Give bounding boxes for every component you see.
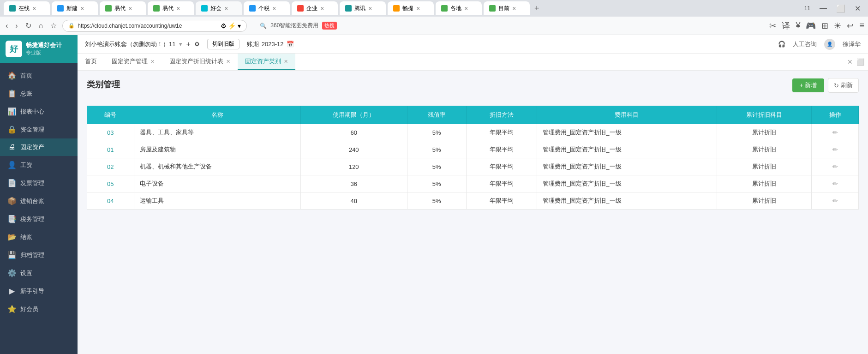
currency-icon: ¥ [796,21,800,30]
browser-tab-11[interactable]: 目前 ✕ [484,1,530,15]
browser-tab-6[interactable]: 个税 ✕ [244,1,290,15]
tab-close-10[interactable]: ✕ [464,6,468,11]
sidebar-item-settings[interactable]: ⚙️ 设置 [0,264,78,282]
browser-tab-2[interactable]: 新建 ✕ [52,1,98,15]
row3-edit-icon[interactable]: ✏ [832,163,838,170]
row4-method: 年限平均 [466,175,537,192]
row3-accumulated: 累计折旧 [717,158,811,175]
tab-fixed-mgmt-close[interactable]: ✕ [150,59,155,65]
row4-code[interactable]: 05 [87,175,134,192]
row1-name: 器具、工具、家具等 [134,124,300,141]
tab-close-8[interactable]: ✕ [368,6,372,11]
browser-tab-7[interactable]: 企业 ✕ [292,1,338,15]
sidebar-item-label-funds: 资金管理 [20,126,44,134]
row1-expense: 管理费用_固定资产折旧_一级 [537,124,717,141]
row5-edit-icon[interactable]: ✏ [832,197,838,204]
user-name: 徐泽华 [843,40,861,48]
sidebar-item-payroll[interactable]: 👤 工资 [0,156,78,174]
tab-close-6[interactable]: ✕ [272,6,276,11]
row1-method: 年限平均 [466,124,537,141]
browser-tab-3[interactable]: 易代 ✕ [100,1,146,15]
table-row: 04 运输工具 48 5% 年限平均 管理费用_固定资产折旧_一级 累计折旧 ✏ [87,192,859,210]
col-name: 名称 [134,106,300,124]
row4-months: 36 [300,175,407,192]
sidebar-item-invoice[interactable]: 📄 发票管理 [0,174,78,192]
sidebar-item-funds[interactable]: 🔒 资金管理 [0,120,78,138]
window-controls: 11 — ⬜ ✕ [801,4,864,13]
row2-code[interactable]: 01 [87,141,134,158]
tab-depreciation-close[interactable]: ✕ [226,59,230,65]
calendar-icon[interactable]: 📅 [287,41,294,48]
period-info: 账期 2023-12 📅 [247,40,294,48]
sidebar-item-ledger[interactable]: 📋 总账 [0,84,78,102]
tab-close-1[interactable]: ✕ [32,6,36,11]
sidebar-item-vip[interactable]: ⭐ 好会员 [0,300,78,318]
table-header: 编号 名称 使用期限（月） 残值率 折旧方法 费用科目 累计折旧科目 操作 [87,106,859,124]
sidebar-item-home[interactable]: 🏠 首页 [0,66,78,84]
search-label: 360智能抠图免费用 [270,22,318,30]
account-dropdown-icon[interactable]: ▾ [179,41,182,48]
main-content: 刘小艳演示账套（勿删勿动！）11 ▾ + ⚙ 切到旧版 账期 2023-12 📅… [78,35,868,354]
sidebar: 好 畅捷通好会计 专业版 🏠 首页 📋 总账 📊 报表中心 🔒 资金管理 [0,35,78,354]
account-add-icon[interactable]: + [186,40,190,48]
new-tab-button[interactable]: + [532,4,542,13]
row5-code[interactable]: 04 [87,192,134,210]
switch-old-version-btn[interactable]: 切到旧版 [207,39,239,49]
bookmark-button[interactable]: ☆ [48,19,59,32]
browser-tab-5[interactable]: 好会 ✕ [196,1,242,15]
back-button[interactable]: ‹ [4,20,10,32]
address-url: https://cloud.chanjet.com/accounting/uw1… [78,23,182,29]
address-bar[interactable]: 🔒 https://cloud.chanjet.com/accounting/u… [62,20,247,32]
refresh-button[interactable]: ↻ 刷新 [828,78,859,93]
tab-close-2[interactable]: ✕ [80,6,84,11]
tab-close-7[interactable]: ✕ [320,6,324,11]
account-settings-icon[interactable]: ⚙ [194,41,200,48]
archive-icon: 💾 [7,251,17,259]
browser-tab-10[interactable]: 各地 ✕ [436,1,482,15]
sidebar-item-tax[interactable]: 📑 税务管理 [0,210,78,228]
add-button[interactable]: + 新增 [792,78,824,92]
sidebar-item-settlement[interactable]: 📂 结账 [0,228,78,246]
tab-close-11[interactable]: ✕ [512,6,516,11]
tab-bar-close-icon[interactable]: ✕ [847,58,853,66]
home-button[interactable]: ⌂ [37,20,45,32]
row2-accumulated: 累计折旧 [717,141,811,158]
tab-close-3[interactable]: ✕ [128,6,132,11]
row4-edit-icon[interactable]: ✏ [832,180,838,187]
reports-icon: 📊 [7,107,17,116]
sidebar-item-reports[interactable]: 📊 报表中心 [0,102,78,120]
tab-fixed-mgmt[interactable]: 固定资产管理 ✕ [104,54,162,70]
sidebar-item-fixed-assets[interactable]: 🖨 固定资产 [0,138,78,156]
sidebar-item-archive[interactable]: 💾 归档管理 [0,246,78,264]
sidebar-item-guide[interactable]: ▶ 新手引导 [0,282,78,300]
tab-category-close[interactable]: ✕ [284,59,288,65]
sidebar-item-inventory[interactable]: 📦 进销台账 [0,192,78,210]
sidebar-logo-text-group: 畅捷通好会计 专业版 [26,42,62,56]
translate-icon: 译 [782,20,790,31]
tab-close-9[interactable]: ✕ [416,6,420,11]
reload-button[interactable]: ↻ [24,19,33,32]
forward-button[interactable]: › [13,20,19,32]
row1-code[interactable]: 03 [87,124,134,141]
tab-depreciation[interactable]: 固定资产折旧统计表 ✕ [162,54,238,70]
menu-icon: ≡ [859,21,864,30]
home-icon: 🏠 [7,71,17,80]
tab-close-4[interactable]: ✕ [176,6,180,11]
browser-tab-8[interactable]: 腾讯 ✕ [340,1,386,15]
row5-expense: 管理费用_固定资产折旧_一级 [537,192,717,210]
row5-months: 48 [300,192,407,210]
tab-close-5[interactable]: ✕ [224,6,228,11]
row2-edit-icon[interactable]: ✏ [832,146,838,153]
browser-chrome: 在线 ✕ 新建 ✕ 易代 ✕ 易代 ✕ 好会 ✕ 个税 ✕ 企业 ✕ 腾讯 ✕ … [0,0,868,17]
row1-edit-icon[interactable]: ✏ [832,129,838,136]
tab-home[interactable]: 首页 [78,54,104,70]
app-layout: 好 畅捷通好会计 专业版 🏠 首页 📋 总账 📊 报表中心 🔒 资金管理 [0,35,868,354]
tab-category[interactable]: 固定资产类别 ✕ [238,54,295,70]
browser-tab-1[interactable]: 在线 ✕ [4,1,50,15]
settings-icon: ⚙️ [7,269,17,277]
row3-code[interactable]: 02 [87,158,134,175]
browser-tab-4[interactable]: 易代 ✕ [148,1,194,15]
tab-fixed-mgmt-label: 固定资产管理 [112,57,148,66]
browser-tab-9[interactable]: 畅提 ✕ [388,1,434,15]
tab-bar-expand-icon[interactable]: ⬜ [856,58,864,66]
